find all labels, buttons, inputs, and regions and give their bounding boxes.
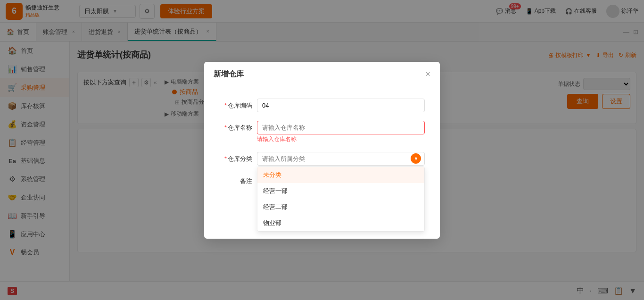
warehouse-name-input[interactable] [257,121,425,134]
warehouse-name-content: 请输入仓库名称 [257,121,425,143]
warehouse-code-input[interactable] [257,99,425,112]
modal-close-button[interactable]: × [425,70,430,78]
warehouse-name-field: *仓库名称 请输入仓库名称 [219,121,425,143]
modal-body: *仓库编码 *仓库名称 请输入仓库名称 *仓库分类 [204,87,440,208]
modal-title: 新增仓库 [214,69,244,79]
warehouse-name-error: 请输入仓库名称 [257,135,425,143]
warehouse-code-label: *仓库编码 [219,99,252,110]
warehouse-category-content: ∧ 未分类 经营一部 经营二部 物业部 [257,152,425,166]
warehouse-code-content [257,99,425,112]
modal-overlay: 新增仓库 × *仓库编码 *仓库名称 请输入仓库名称 [0,0,644,300]
dropdown-option-dept1[interactable]: 经营一部 [257,183,424,199]
warehouse-category-label: *仓库分类 [219,152,252,163]
warehouse-code-field: *仓库编码 [219,99,425,112]
dropdown-option-dept2[interactable]: 经营二部 [257,199,424,215]
warehouse-name-label: *仓库名称 [219,121,252,132]
category-dropdown-arrow[interactable]: ∧ [411,153,421,164]
warehouse-note-label: 备注 [219,174,252,185]
modal-header: 新增仓库 × [204,62,440,87]
dropdown-option-uncategorized[interactable]: 未分类 [257,167,424,183]
warehouse-category-input[interactable] [257,152,425,166]
modal-new-warehouse: 新增仓库 × *仓库编码 *仓库名称 请输入仓库名称 [204,62,440,239]
category-dropdown-list: 未分类 经营一部 经营二部 物业部 [257,167,425,232]
warehouse-category-field: *仓库分类 ∧ 未分类 经营一部 经营二部 物业部 [219,152,425,166]
dropdown-option-dept3[interactable]: 物业部 [257,215,424,231]
